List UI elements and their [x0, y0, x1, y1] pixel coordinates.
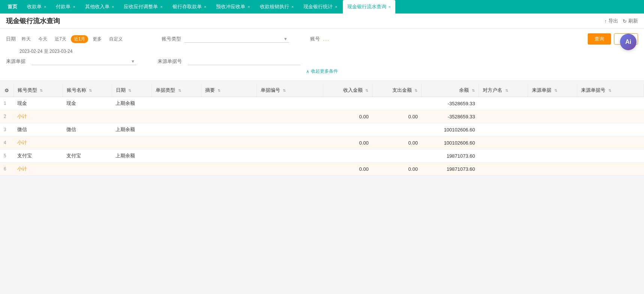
cell-account-name: 现金: [63, 97, 112, 110]
cell-date: [112, 163, 152, 176]
date-opt-7days[interactable]: 近7天: [52, 35, 69, 43]
col-account-name[interactable]: 账号名称 ⇅: [63, 84, 112, 97]
nav-tab-7[interactable]: 现金银行统计 ×: [299, 0, 342, 13]
chevron-down-icon-2: ▾: [132, 58, 134, 64]
top-nav: 首页 收款单 × 付款单 × 其他收入单 × 应收应付调整单 × 银行存取款单 …: [0, 0, 644, 13]
nav-tab-6[interactable]: 收款核销执行 ×: [255, 0, 298, 13]
cell-date: 上期余额: [112, 149, 152, 163]
table-row: 4 小计 0.00 0.00 100102606.60: [0, 136, 644, 149]
col-gear[interactable]: ⚙: [0, 84, 14, 97]
cell-summary: [201, 123, 257, 136]
cell-counterpart: [479, 149, 528, 163]
cell-summary: [201, 110, 257, 123]
close-icon[interactable]: ×: [248, 4, 250, 9]
col-account-type[interactable]: 账号类型 ⇅: [14, 84, 63, 97]
date-filter-group: 日期 昨天 今天 近7天 近1月 更多 自定义: [6, 35, 126, 43]
close-icon[interactable]: ×: [389, 4, 391, 9]
close-icon[interactable]: ×: [291, 4, 294, 9]
cell-source-doc: [528, 149, 577, 163]
cell-account-type: 支付宝: [14, 149, 63, 163]
refresh-icon: ↻: [623, 18, 627, 24]
cell-expense: 0.00: [372, 163, 422, 176]
cell-doc-type: [152, 136, 201, 149]
date-opt-today[interactable]: 今天: [35, 35, 50, 43]
query-button[interactable]: 查询: [588, 33, 611, 45]
sort-icon: ⇅: [608, 88, 611, 93]
table-row: 1 现金 现金 上期余额 -3528659.33: [0, 97, 644, 110]
row-num: 5: [0, 149, 14, 163]
close-icon[interactable]: ×: [44, 4, 46, 9]
date-range-display: 2023-02-24 至 2023-03-24: [20, 49, 72, 54]
col-balance[interactable]: 余额 ⇅: [422, 84, 479, 97]
nav-tab-5[interactable]: 预收冲应收单 ×: [212, 0, 254, 13]
refresh-button[interactable]: ↻ 刷新: [623, 18, 638, 24]
table-body: 1 现金 现金 上期余额 -3528659.33 2 小计 0.00 0.00 …: [0, 97, 644, 176]
cell-doc-no: [257, 97, 323, 110]
cell-balance: 19871073.60: [422, 149, 479, 163]
cell-account-type: 小计: [14, 110, 63, 123]
cell-balance: -3528659.33: [422, 110, 479, 123]
nav-tab-8[interactable]: 现金银行流水查询 ×: [343, 0, 395, 13]
cell-expense: 0.00: [372, 136, 422, 149]
col-summary[interactable]: 摘要 ⇅: [201, 84, 257, 97]
nav-tab-2[interactable]: 其他收入单 ×: [81, 0, 119, 13]
data-table: ⚙ 账号类型 ⇅ 账号名称 ⇅ 日期 ⇅ 单据类型 ⇅: [0, 84, 644, 176]
account-type-filter-group: 账号类型 ▾: [162, 35, 289, 43]
source-doc-no-input[interactable]: [190, 58, 298, 64]
cell-income: 0.00: [323, 163, 372, 176]
sort-icon: ⇅: [365, 88, 368, 93]
nav-home[interactable]: 首页: [3, 0, 22, 13]
cell-source-doc: [528, 110, 577, 123]
col-doc-no[interactable]: 单据编号 ⇅: [257, 84, 323, 97]
account-type-label: 账号类型: [162, 36, 181, 42]
nav-tab-0[interactable]: 收款单 ×: [23, 0, 51, 13]
source-doc-no-input-wrapper: [188, 58, 300, 65]
date-opt-custom[interactable]: 自定义: [106, 35, 126, 43]
chevron-down-icon: ▾: [284, 36, 287, 42]
cell-account-name: [63, 136, 112, 149]
cell-source-doc: [528, 163, 577, 176]
export-button[interactable]: ↑ 导出: [605, 18, 618, 24]
cell-expense: 0.00: [372, 110, 422, 123]
account-no-filter-group: 账号 ...: [310, 36, 330, 42]
source-doc-select[interactable]: ▾: [32, 58, 137, 65]
date-options: 昨天 今天 近7天 近1月 更多 自定义: [19, 35, 126, 43]
col-source-doc[interactable]: 来源单据 ⇅: [528, 84, 577, 97]
col-counterpart[interactable]: 对方户名 ⇅: [479, 84, 528, 97]
sort-icon: ⇅: [414, 88, 417, 93]
account-no-dots-button[interactable]: ...: [323, 36, 330, 42]
close-icon[interactable]: ×: [335, 4, 337, 9]
collapse-bar[interactable]: ∧ 收起更多条件: [6, 67, 638, 76]
col-income[interactable]: 收入金额 ⇅: [323, 84, 372, 97]
nav-tab-3[interactable]: 应收应付调整单 ×: [119, 0, 167, 13]
col-doc-type[interactable]: 单据类型 ⇅: [152, 84, 201, 97]
cell-income: 0.00: [323, 136, 372, 149]
row-num: 2: [0, 110, 14, 123]
close-icon[interactable]: ×: [160, 4, 162, 9]
cell-date: [112, 110, 152, 123]
ai-assistant-button[interactable]: Ai: [620, 34, 636, 50]
cell-doc-type: [152, 110, 201, 123]
nav-tab-1[interactable]: 付款单 ×: [51, 0, 80, 13]
close-icon[interactable]: ×: [204, 4, 206, 9]
sort-icon: ⇅: [128, 88, 131, 93]
sort-icon: ⇅: [472, 88, 475, 93]
col-date[interactable]: 日期 ⇅: [112, 84, 152, 97]
cell-source-doc-no: [577, 123, 644, 136]
cell-source-doc-no: [577, 136, 644, 149]
close-icon[interactable]: ×: [73, 4, 75, 9]
col-expense[interactable]: 支出金额 ⇅: [372, 84, 422, 97]
account-type-select[interactable]: ▾: [184, 35, 289, 43]
col-source-doc-no[interactable]: 来源单据号 ⇅: [577, 84, 644, 97]
sort-icon: ⇅: [218, 88, 221, 93]
date-opt-1month[interactable]: 近1月: [71, 35, 89, 43]
nav-tab-4[interactable]: 银行存取款单 ×: [168, 0, 211, 13]
row-num: 1: [0, 97, 14, 110]
date-opt-more[interactable]: 更多: [90, 35, 105, 43]
close-icon[interactable]: ×: [112, 4, 114, 9]
cell-doc-type: [152, 123, 201, 136]
cell-account-type: 小计: [14, 163, 63, 176]
cell-account-type: 小计: [14, 136, 63, 149]
date-opt-yesterday[interactable]: 昨天: [19, 35, 34, 43]
date-label: 日期: [6, 36, 16, 42]
